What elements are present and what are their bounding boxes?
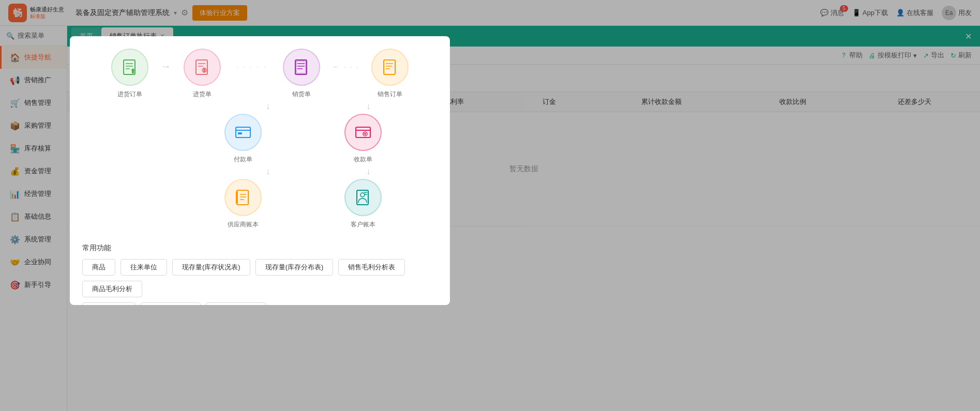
func-btn-inventory-status[interactable]: 现存量(库存状况表) <box>172 259 250 276</box>
svg-rect-26 <box>236 191 238 204</box>
func-btn-product[interactable]: 商品 <box>82 259 115 276</box>
flow-node-sales-order: 销售订单 <box>371 49 409 99</box>
func-btn-receipt-stats[interactable]: 收款情况统计 <box>141 302 201 305</box>
supplier-ledger-circle <box>224 179 262 216</box>
flow-modal: 进货订单 → 进货单 · · · · · <box>70 36 450 305</box>
func-grid: 商品 往来单位 现存量(库存状况表) 现存量(库存分布表) 销售毛利分析表 商品… <box>82 259 438 297</box>
purchase-order-label: 进货订单 <box>117 90 142 99</box>
svg-rect-12 <box>296 61 306 73</box>
receipt-bill-circle <box>344 114 382 151</box>
purchase-bill-circle <box>184 49 221 86</box>
svg-rect-17 <box>236 127 250 138</box>
flow-node-supplier-ledger: 供应商账本 <box>224 179 262 229</box>
func-btn-product-margin[interactable]: 商品毛利分析 <box>82 281 142 297</box>
func-btn-sales-margin[interactable]: 销售毛利分析表 <box>338 259 405 276</box>
supplier-ledger-label: 供应商账本 <box>228 220 259 229</box>
sales-bill-label: 销货单 <box>292 90 311 99</box>
sales-bill-circle <box>283 49 320 86</box>
func-btn-sales-ranking[interactable]: 销售排行榜 <box>82 302 135 305</box>
func-grid-2: 销售排行榜 收款情况统计 付款情况统计 <box>82 302 438 305</box>
func-btn-inventory-dist[interactable]: 现存量(库存分布表) <box>255 259 334 276</box>
purchase-order-circle <box>111 49 148 86</box>
svg-rect-8 <box>295 60 307 74</box>
flow-node-customer-ledger: 客户账本 <box>344 179 382 229</box>
func-btn-contacts[interactable]: 往来单位 <box>120 259 167 276</box>
customer-ledger-circle <box>344 179 382 216</box>
sales-order-circle <box>371 49 409 86</box>
svg-rect-20 <box>356 127 370 138</box>
svg-rect-19 <box>238 132 242 134</box>
flow-node-sales-bill: 销货单 <box>283 49 320 99</box>
receipt-bill-label: 收款单 <box>354 155 372 164</box>
payment-bill-circle <box>224 114 262 151</box>
flow-node-purchase-order: 进货订单 <box>111 49 148 99</box>
flow-node-payment-bill: 付款单 <box>224 114 262 164</box>
sales-order-label: 销售订单 <box>378 90 402 99</box>
func-btn-payment-stats[interactable]: 付款情况统计 <box>206 302 266 305</box>
arrow-h-2: ← · · · <box>333 63 359 71</box>
svg-rect-25 <box>237 190 248 205</box>
modal-overlay[interactable]: 进货订单 → 进货单 · · · · · <box>0 0 980 411</box>
arrow-h-1: → <box>161 60 171 72</box>
svg-rect-13 <box>384 60 395 74</box>
modal-body: 进货订单 → 进货单 · · · · · <box>70 36 450 305</box>
common-functions-title: 常用功能 <box>82 243 438 253</box>
flow-node-purchase-bill: 进货单 <box>184 49 221 99</box>
customer-ledger-label: 客户账本 <box>351 220 375 229</box>
flow-chart: 进货订单 → 进货单 · · · · · <box>82 49 438 233</box>
flow-node-receipt-bill: 收款单 <box>344 114 382 164</box>
payment-bill-label: 付款单 <box>234 155 252 164</box>
svg-point-31 <box>360 193 365 197</box>
purchase-bill-label: 进货单 <box>193 90 212 99</box>
common-functions: 常用功能 商品 往来单位 现存量(库存状况表) 现存量(库存分布表) 销售毛利分… <box>82 243 438 305</box>
